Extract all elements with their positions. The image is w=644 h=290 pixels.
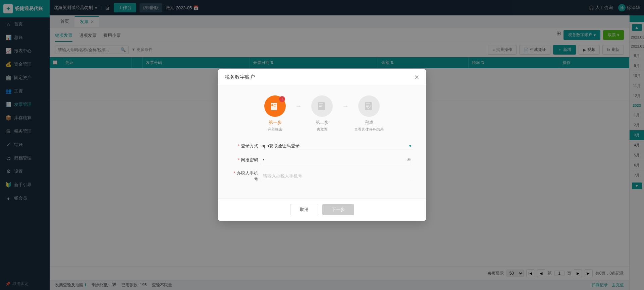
password-input[interactable]: [262, 156, 413, 164]
step-2-icon: [311, 95, 333, 117]
login-method-row: * 登录方式 app获取验证码登录 ▾: [231, 142, 413, 150]
password-label: * 网报密码: [231, 157, 258, 163]
svg-rect-7: [319, 106, 322, 107]
login-method-label: * 登录方式: [231, 143, 258, 149]
step-badge: !: [279, 96, 285, 102]
phone-label: * 办税人手机号: [231, 170, 258, 182]
dialog-tax-digital: 税务数字账户 ✕ ! 第一步: [218, 69, 426, 221]
step-2-label: 第二步: [316, 120, 329, 126]
login-method-select[interactable]: app获取验证码登录: [262, 142, 413, 150]
svg-rect-6: [319, 105, 322, 105]
password-input-wrap: 👁: [262, 156, 413, 164]
step-1-desc: 完善账密: [268, 127, 282, 132]
step-2-desc: 去取票: [317, 127, 328, 132]
svg-rect-11: [366, 106, 369, 107]
step-1-label: 第一步: [269, 120, 282, 126]
login-method-select-wrap: app获取验证码登录 ▾: [262, 142, 413, 150]
password-row: * 网报密码 👁: [231, 156, 413, 164]
svg-rect-9: [366, 103, 370, 104]
svg-rect-5: [319, 103, 323, 104]
dialog-close-btn[interactable]: ✕: [414, 74, 419, 80]
dialog-body: ! 第一步 完善账密 →: [218, 85, 426, 198]
cancel-button[interactable]: 取消: [290, 204, 318, 215]
next-button[interactable]: 下一步: [322, 204, 354, 215]
step-1-icon: !: [264, 95, 286, 117]
step-3-icon: [358, 95, 380, 117]
svg-rect-10: [366, 105, 369, 105]
svg-point-1: [271, 104, 273, 106]
dialog-title: 税务数字账户: [225, 74, 255, 80]
svg-rect-2: [274, 104, 276, 105]
dialog-form: * 登录方式 app获取验证码登录 ▾ * 网报密码: [231, 142, 413, 182]
step-1: ! 第一步 完善账密: [255, 95, 295, 132]
step-arrow-1: →: [295, 102, 302, 110]
step-2: 第二步 去取票: [302, 95, 342, 132]
phone-input-wrap: [262, 172, 413, 180]
steps-indicator: ! 第一步 完善账密 →: [231, 95, 413, 132]
dialog-header: 税务数字账户 ✕: [218, 69, 426, 85]
dialog-footer: 取消 下一步: [218, 198, 426, 221]
modal-overlay: 税务数字账户 ✕ ! 第一步: [0, 0, 644, 290]
phone-input[interactable]: [262, 172, 413, 180]
step-3: 完成 查看具体任务结果: [349, 95, 389, 132]
svg-rect-0: [271, 103, 277, 110]
step-3-desc: 查看具体任务结果: [354, 127, 384, 132]
svg-rect-3: [274, 106, 276, 106]
eye-icon[interactable]: 👁: [407, 157, 411, 163]
step-3-label: 完成: [365, 120, 373, 126]
phone-row: * 办税人手机号: [231, 170, 413, 182]
step-arrow-2: →: [342, 102, 349, 110]
